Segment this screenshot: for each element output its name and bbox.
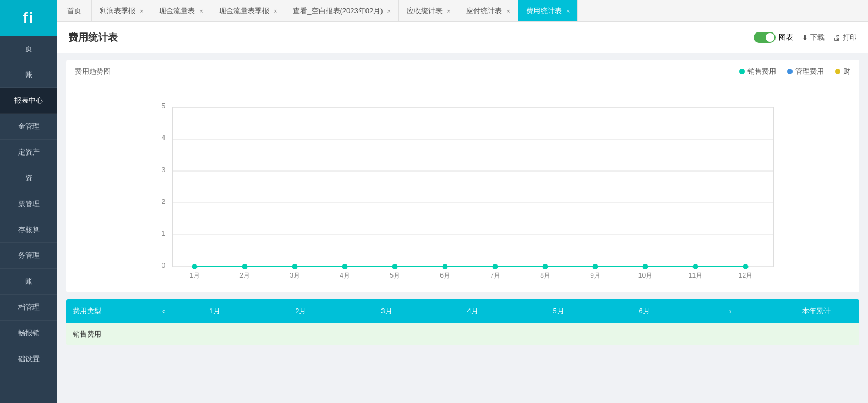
chart-container: 费用趋势图 销售费用 管理费用 财 bbox=[66, 60, 859, 292]
svg-point-30 bbox=[443, 264, 448, 269]
tab-expense-stats[interactable]: 费用统计表 × bbox=[518, 0, 578, 22]
chart-svg-wrapper: 0 1 2 3 4 5 1月 2月 bbox=[75, 81, 850, 286]
svg-text:5: 5 bbox=[162, 102, 166, 110]
svg-text:4: 4 bbox=[162, 134, 166, 142]
close-receivable-icon[interactable]: × bbox=[447, 0, 450, 22]
legend-sales: 销售费用 bbox=[739, 67, 776, 76]
sidebar-item-finance[interactable]: 金管理 bbox=[0, 114, 57, 140]
sidebar-item-reports[interactable]: 报表中心 bbox=[0, 88, 57, 114]
sidebar-item-affairs[interactable]: 务管理 bbox=[0, 243, 57, 269]
svg-point-36 bbox=[743, 264, 749, 269]
table-prev-arrow[interactable]: ‹ bbox=[162, 306, 165, 316]
svg-text:7月: 7月 bbox=[490, 272, 500, 279]
download-icon: ⬇ bbox=[802, 34, 808, 42]
tab-cashflow[interactable]: 现金流量表 × bbox=[151, 0, 211, 22]
sidebar-item-ledger[interactable]: 账 bbox=[0, 269, 57, 295]
th-total: 本年累计 bbox=[773, 306, 859, 316]
sidebar-item-invoices[interactable]: 票管理 bbox=[0, 191, 57, 217]
chart-toggle[interactable] bbox=[754, 32, 776, 43]
svg-text:2: 2 bbox=[162, 198, 166, 206]
sidebar-item-home[interactable]: 页 bbox=[0, 36, 57, 62]
tab-receivable[interactable]: 应收统计表 × bbox=[399, 0, 458, 22]
chart-header: 费用趋势图 销售费用 管理费用 财 bbox=[75, 67, 850, 76]
sidebar-item-account[interactable]: 账 bbox=[0, 62, 57, 88]
table-section: 费用类型 ‹ 1月 2月 3月 4月 5月 6月 › 本年累计 销售费用 bbox=[66, 299, 859, 345]
legend-finance: 财 bbox=[835, 67, 850, 76]
print-icon: 🖨 bbox=[833, 34, 840, 42]
main-area: 首页 利润表季报 × 现金流量表 × 现金流量表季报 × 查看_空白报表(202… bbox=[57, 0, 868, 403]
th-m3: 3月 bbox=[343, 306, 429, 316]
chart-toggle-label: 图表 bbox=[779, 32, 793, 42]
sidebar: fi 页 账 报表中心 金管理 定资产 资 票管理 存核算 务管理 账 档管理 … bbox=[0, 0, 57, 403]
th-m2: 2月 bbox=[258, 306, 343, 316]
th-type: 费用类型 ‹ bbox=[66, 306, 172, 316]
legend-sales-dot bbox=[739, 69, 745, 74]
svg-text:9月: 9月 bbox=[590, 272, 600, 279]
tab-cashflow-q[interactable]: 现金流量表季报 × bbox=[211, 0, 285, 22]
close-cashflow-icon[interactable]: × bbox=[199, 0, 203, 22]
table-row: 销售费用 bbox=[66, 323, 859, 345]
header-actions: 图表 ⬇ 下载 🖨 打印 bbox=[754, 32, 857, 43]
sidebar-logo: fi bbox=[0, 0, 57, 36]
svg-rect-12 bbox=[173, 107, 774, 267]
print-button[interactable]: 🖨 打印 bbox=[833, 32, 857, 42]
tab-profit[interactable]: 利润表季报 × bbox=[92, 0, 151, 22]
close-blank-icon[interactable]: × bbox=[387, 0, 391, 22]
svg-point-33 bbox=[593, 264, 598, 269]
page-title: 费用统计表 bbox=[68, 31, 118, 44]
legend-admin-dot bbox=[787, 69, 793, 74]
sidebar-item-settings[interactable]: 础设置 bbox=[0, 346, 57, 372]
svg-text:2月: 2月 bbox=[239, 272, 250, 279]
svg-point-34 bbox=[643, 264, 648, 269]
table-header-row: 费用类型 ‹ 1月 2月 3月 4月 5月 6月 › 本年累计 bbox=[66, 299, 859, 323]
th-m4: 4月 bbox=[429, 306, 515, 316]
sidebar-item-files[interactable]: 档管理 bbox=[0, 295, 57, 321]
svg-text:1月: 1月 bbox=[189, 272, 200, 279]
svg-point-28 bbox=[342, 264, 348, 269]
close-cashflow-q-icon[interactable]: × bbox=[274, 0, 277, 22]
svg-point-35 bbox=[693, 264, 698, 269]
chart-title: 费用趋势图 bbox=[75, 67, 111, 76]
page-content: 费用统计表 图表 ⬇ 下载 🖨 打印 费用趋势图 bbox=[57, 22, 868, 403]
svg-point-32 bbox=[543, 264, 548, 269]
svg-point-25 bbox=[192, 264, 198, 269]
svg-text:8月: 8月 bbox=[540, 272, 550, 279]
th-m6: 6月 bbox=[602, 306, 687, 316]
svg-text:0: 0 bbox=[162, 262, 166, 269]
tab-payable[interactable]: 应付统计表 × bbox=[458, 0, 518, 22]
td-type: 销售费用 bbox=[66, 329, 172, 339]
table-next-arrow[interactable]: › bbox=[729, 306, 731, 316]
legend-admin: 管理费用 bbox=[787, 67, 824, 76]
close-profit-icon[interactable]: × bbox=[140, 0, 143, 22]
tab-blank[interactable]: 查看_空白报表(2023年02月) × bbox=[285, 0, 399, 22]
svg-point-31 bbox=[493, 264, 498, 269]
sidebar-item-inventory[interactable]: 存核算 bbox=[0, 217, 57, 243]
svg-text:10月: 10月 bbox=[638, 272, 652, 279]
svg-point-27 bbox=[292, 264, 298, 269]
svg-text:6月: 6月 bbox=[440, 272, 450, 279]
th-m1: 1月 bbox=[172, 306, 258, 316]
th-m5: 5月 bbox=[516, 306, 602, 316]
close-expense-stats-icon[interactable]: × bbox=[566, 0, 570, 22]
legend-finance-dot bbox=[835, 69, 840, 74]
sidebar-item-assets[interactable]: 定资产 bbox=[0, 140, 57, 165]
download-button[interactable]: ⬇ 下载 bbox=[802, 32, 825, 42]
chart-toggle-wrapper: 图表 bbox=[754, 32, 793, 43]
tab-home[interactable]: 首页 bbox=[57, 0, 92, 22]
svg-text:12月: 12月 bbox=[739, 272, 752, 279]
page-header: 费用统计表 图表 ⬇ 下载 🖨 打印 bbox=[57, 22, 868, 53]
tabs-bar: 首页 利润表季报 × 现金流量表 × 现金流量表季报 × 查看_空白报表(202… bbox=[57, 0, 868, 22]
svg-point-29 bbox=[392, 264, 398, 269]
svg-text:4月: 4月 bbox=[340, 272, 350, 279]
trend-chart: 0 1 2 3 4 5 1月 2月 bbox=[75, 81, 850, 284]
svg-point-26 bbox=[242, 264, 248, 269]
sidebar-item-capital[interactable]: 资 bbox=[0, 165, 57, 191]
svg-text:11月: 11月 bbox=[689, 272, 702, 279]
svg-text:3月: 3月 bbox=[290, 272, 300, 279]
svg-text:5月: 5月 bbox=[390, 272, 400, 279]
th-next-arrow: › bbox=[687, 306, 773, 316]
chart-legend: 销售费用 管理费用 财 bbox=[739, 67, 850, 76]
close-payable-icon[interactable]: × bbox=[506, 0, 510, 22]
sidebar-item-expense[interactable]: 畅报销 bbox=[0, 321, 57, 346]
svg-text:1: 1 bbox=[162, 230, 166, 238]
